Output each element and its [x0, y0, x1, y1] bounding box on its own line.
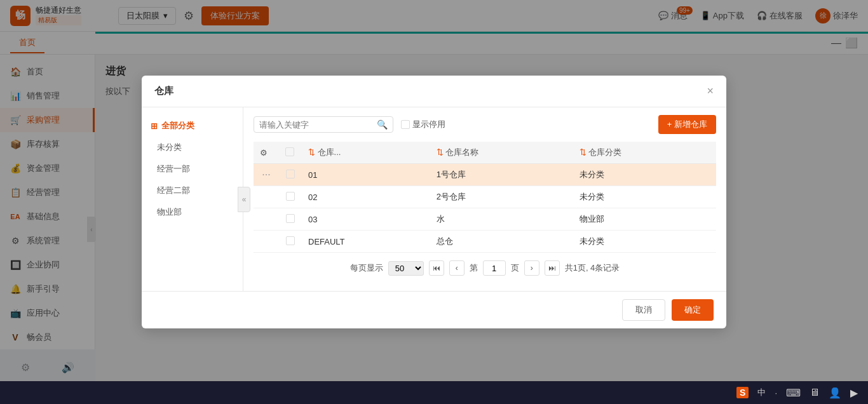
row-cat-3: 物业部 [573, 208, 716, 231]
pagination: 每页显示 50 10 20 100 ⏮ ‹ 第 页 › ⏭ 共1页, 4条记录 [254, 253, 716, 283]
category-all[interactable]: ⊞ 全部分类 [142, 115, 243, 137]
table-toolbar: 🔍 显示停用 + 新增仓库 [254, 115, 716, 134]
sort-icon-cat: ⇅ [580, 147, 587, 157]
row-no-2: 02 [302, 186, 430, 208]
row-checkbox-4[interactable] [286, 236, 295, 245]
category-item-property[interactable]: 物业部 [142, 201, 243, 223]
table-body: ··· 01 1号仓库 未分类 [254, 164, 716, 253]
table-header-row: ⚙ ⇅ 仓库... ⇅ 仓库名称 [254, 142, 716, 164]
row-checkbox-2[interactable] [286, 192, 295, 201]
row-cb-4[interactable] [279, 231, 302, 253]
sort-icon: ⇅ [308, 147, 315, 157]
ime-icon[interactable]: 中 [757, 387, 766, 398]
cancel-btn[interactable]: 取消 [622, 299, 665, 321]
grid-icon: ⊞ [151, 121, 158, 131]
select-all-checkbox[interactable] [285, 147, 294, 156]
table-row[interactable]: 02 2号仓库 未分类 [254, 186, 716, 208]
confirm-btn[interactable]: 确定 [672, 299, 714, 321]
prev-page-btn[interactable]: ‹ [449, 260, 465, 276]
search-box: 🔍 [254, 116, 393, 133]
dot-icon[interactable]: · [775, 388, 777, 398]
s-logo-icon: S [736, 387, 749, 398]
sort-icon-name: ⇅ [437, 147, 444, 157]
row-cat-2: 未分类 [573, 186, 716, 208]
modal-header: 仓库 × [142, 76, 726, 107]
modal-overlay[interactable]: 仓库 × ⊞ 全部分类 未分类 经营一部 经营二部 物业部 « [0, 0, 868, 404]
row-no-1: 01 [302, 164, 430, 186]
category-item-ops2[interactable]: 经营二部 [142, 180, 243, 201]
th-checkbox[interactable] [279, 142, 302, 164]
total-info: 共1页, 4条记录 [565, 262, 620, 274]
row-cb-2[interactable] [279, 186, 302, 208]
monitor-icon[interactable]: 🖥 [810, 387, 820, 398]
row-checkbox-3[interactable] [286, 214, 295, 223]
show-disabled-checkbox[interactable] [401, 120, 410, 129]
category-item-unclassified[interactable]: 未分类 [142, 137, 243, 158]
first-page-btn[interactable]: ⏮ [429, 260, 444, 276]
row-cat-4: 未分类 [573, 231, 716, 253]
search-input[interactable] [259, 120, 377, 130]
th-gear[interactable]: ⚙ [254, 142, 279, 164]
row-name-4: 总仓 [430, 231, 573, 253]
row-actions-2[interactable] [254, 186, 279, 208]
table-container: ⚙ ⇅ 仓库... ⇅ 仓库名称 [254, 142, 716, 253]
row-cb-3[interactable] [279, 208, 302, 231]
category-all-label: 全部分类 [161, 120, 194, 131]
table-row[interactable]: DEFAULT 总仓 未分类 [254, 231, 716, 253]
page-size-select[interactable]: 50 10 20 100 [388, 261, 424, 276]
keyboard-icon[interactable]: ⌨ [786, 387, 801, 399]
modal-close-btn[interactable]: × [707, 84, 714, 98]
page-number-input[interactable] [483, 260, 506, 276]
next-page-btn[interactable]: › [524, 260, 539, 276]
th-code: ⇅ 仓库... [302, 142, 430, 164]
row-actions-4[interactable] [254, 231, 279, 253]
page-word-after: 页 [511, 262, 519, 274]
category-panel: ⊞ 全部分类 未分类 经营一部 经营二部 物业部 « [142, 107, 243, 291]
add-warehouse-btn[interactable]: + 新增仓库 [658, 115, 716, 134]
th-name: ⇅ 仓库名称 [430, 142, 573, 164]
bottom-bar: S 中 · ⌨ 🖥 👤 ▶ [0, 381, 868, 404]
page-word-before: 第 [470, 262, 478, 274]
category-collapse-btn[interactable]: « [238, 187, 250, 212]
row-no-4: DEFAULT [302, 231, 430, 253]
show-disabled-label[interactable]: 显示停用 [401, 119, 445, 130]
modal-title: 仓库 [154, 85, 173, 97]
show-disabled-text: 显示停用 [412, 119, 445, 130]
last-page-btn[interactable]: ⏭ [545, 260, 560, 276]
table-row[interactable]: 03 水 物业部 [254, 208, 716, 231]
row-name-3: 水 [430, 208, 573, 231]
row-checkbox-1[interactable] [286, 170, 295, 178]
row-no-3: 03 [302, 208, 430, 231]
row-actions-3[interactable] [254, 208, 279, 231]
th-category: ⇅ 仓库分类 [573, 142, 716, 164]
row-name-1: 1号仓库 [430, 164, 573, 186]
page-size-label: 每页显示 [350, 262, 383, 274]
row-name-2: 2号仓库 [430, 186, 573, 208]
warehouse-table: ⚙ ⇅ 仓库... ⇅ 仓库名称 [254, 142, 716, 253]
row-cb-1[interactable] [279, 164, 302, 186]
row-actions-1[interactable]: ··· [254, 164, 279, 186]
category-item-ops1[interactable]: 经营一部 [142, 158, 243, 180]
modal-footer: 取消 确定 [142, 291, 726, 328]
play-icon[interactable]: ▶ [850, 387, 858, 399]
row-cat-1: 未分类 [573, 164, 716, 186]
user-bottom-icon[interactable]: 👤 [829, 387, 841, 399]
modal-body: ⊞ 全部分类 未分类 经营一部 经营二部 物业部 « 🔍 [142, 107, 726, 291]
warehouse-modal: 仓库 × ⊞ 全部分类 未分类 经营一部 经营二部 物业部 « [142, 76, 726, 328]
table-panel: 🔍 显示停用 + 新增仓库 ⚙ [243, 107, 726, 291]
table-row[interactable]: ··· 01 1号仓库 未分类 [254, 164, 716, 186]
search-icon[interactable]: 🔍 [377, 119, 388, 130]
